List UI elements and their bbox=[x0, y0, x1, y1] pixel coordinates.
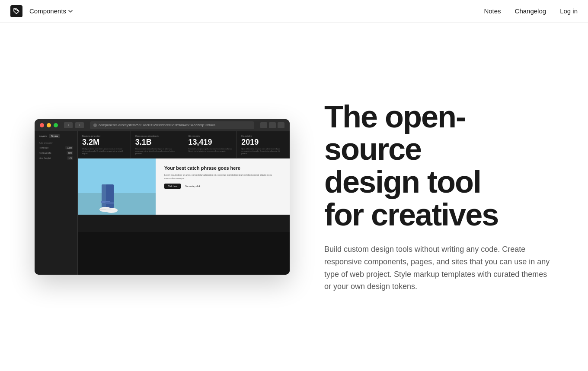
line-height-label: Line height bbox=[39, 157, 51, 159]
stats-row: Bostons generated 3.2M Ut aliqua ut nist… bbox=[78, 131, 290, 159]
stat-label-0: Bostons generated bbox=[82, 135, 126, 137]
font-size-label: Font size bbox=[39, 146, 48, 149]
stat-number-0: 3.2M bbox=[82, 138, 126, 146]
hero-description: Build custom design tools without writin… bbox=[324, 243, 553, 293]
styles-tab[interactable]: Styles bbox=[49, 134, 60, 138]
stat-number-3: 2019 bbox=[241, 138, 285, 146]
font-weight-label: Font weight bbox=[39, 152, 51, 154]
svg-rect-3 bbox=[106, 184, 114, 208]
font-size-value: 12px bbox=[65, 146, 73, 149]
stat-label-1: Open source downloads bbox=[135, 135, 179, 137]
font-weight-value: 600 bbox=[67, 151, 73, 155]
stat-desc-1: Quis aute iure in reprehenderit quis ut … bbox=[135, 148, 179, 155]
traffic-light-yellow[interactable] bbox=[47, 123, 51, 127]
stat-label-3: Founded in bbox=[241, 135, 285, 137]
components-label: Components bbox=[29, 7, 66, 15]
traffic-light-green[interactable] bbox=[54, 123, 58, 127]
hero-image-svg bbox=[78, 159, 156, 215]
browser-share-btn[interactable] bbox=[260, 122, 267, 128]
hero-heading-line3: for creatives bbox=[324, 197, 498, 232]
components-button[interactable]: Components bbox=[26, 6, 77, 16]
notes-link[interactable]: Notes bbox=[484, 7, 501, 15]
line-height-row: Line height 1.5 bbox=[37, 155, 75, 161]
mockup-buttons: Click here Secondary click bbox=[164, 184, 281, 189]
main-content: ‹ › components.ai/s/system/5a97ae031209d… bbox=[0, 22, 588, 371]
mockup-secondary-btn[interactable]: Secondary click bbox=[183, 184, 202, 189]
sidebar-tabs: Layers Styles bbox=[37, 134, 75, 138]
mockup-container: ‹ › components.ai/s/system/5a97ae031209d… bbox=[35, 119, 290, 275]
hero-heading: The open-source design tool for creative… bbox=[324, 101, 553, 231]
font-weight-row: Font weight 600 bbox=[37, 150, 75, 155]
line-height-value: 1.5 bbox=[67, 156, 73, 160]
browser-titlebar: ‹ › components.ai/s/system/5a97ae031209d… bbox=[35, 119, 290, 131]
stat-cell-3: Founded in 2019 Quis ut laboriosa nostru… bbox=[237, 131, 290, 159]
sidebar-properties: Add property Font size 12px Font weight … bbox=[37, 141, 75, 161]
browser-controls: ‹ › bbox=[64, 122, 84, 128]
navbar-left: Components bbox=[10, 5, 77, 17]
login-link[interactable]: Log in bbox=[560, 7, 578, 15]
browser-body: Layers Styles Add property Font size 12p… bbox=[35, 131, 290, 275]
traffic-light-red[interactable] bbox=[40, 123, 44, 127]
stat-number-2: 13,419 bbox=[189, 138, 233, 146]
mockup-bottom-strip bbox=[78, 215, 290, 232]
mockup-primary-btn[interactable]: Click here bbox=[164, 184, 181, 189]
stat-number-1: 3.1B bbox=[135, 138, 179, 146]
stat-cell-1: Open source downloads 3.1B Quis aute iur… bbox=[131, 131, 184, 159]
mockup-hero-text: Lorem ipsum dolor sit amet, consectetur … bbox=[164, 174, 281, 180]
lock-icon bbox=[93, 124, 97, 127]
mockup-hero-title: Your best catch phrase goes here bbox=[164, 165, 281, 171]
hero-heading-line1: The open-source bbox=[324, 99, 465, 167]
browser-sidebar: Layers Styles Add property Font size 12p… bbox=[35, 131, 78, 275]
stat-desc-0: Ut aliqua ut nist amet lorem, ipsum nost… bbox=[82, 148, 126, 155]
browser-back-btn[interactable]: ‹ bbox=[64, 122, 73, 128]
browser-more-btn[interactable] bbox=[278, 122, 284, 128]
chevron-down-icon bbox=[68, 9, 73, 14]
browser-action-btns bbox=[260, 122, 284, 128]
browser-editor: Bostons generated 3.2M Ut aliqua ut nist… bbox=[78, 131, 290, 275]
stat-desc-3: Quis ut laboriosa nostrum enim ad minim … bbox=[241, 148, 285, 155]
hero-text: The open-source design tool for creative… bbox=[324, 101, 553, 293]
browser-url-bar[interactable]: components.ai/s/system/5a97ae031209dcbcc… bbox=[90, 121, 254, 129]
stat-label-2: Git commits bbox=[189, 135, 233, 137]
add-property-label: Add property bbox=[37, 141, 75, 145]
browser-forward-btn[interactable]: › bbox=[75, 122, 84, 128]
layers-tab[interactable]: Layers bbox=[37, 134, 48, 138]
stat-cell-0: Bostons generated 3.2M Ut aliqua ut nist… bbox=[78, 131, 131, 159]
back-icon: ‹ bbox=[68, 123, 69, 127]
mockup-hero-image bbox=[78, 159, 156, 215]
logo-icon[interactable] bbox=[10, 5, 22, 17]
stat-cell-2: Git commits 13,419 Consectetur adipiscin… bbox=[184, 131, 237, 159]
svg-rect-9 bbox=[105, 209, 118, 211]
mockup-hero-content: Your best catch phrase goes here Lorem i… bbox=[156, 159, 290, 215]
font-size-row: Font size 12px bbox=[37, 145, 75, 150]
forward-icon: › bbox=[79, 123, 80, 127]
navbar: Components Notes Changelog Log in bbox=[0, 0, 588, 22]
navbar-right: Notes Changelog Log in bbox=[484, 7, 578, 15]
mockup-hero: Your best catch phrase goes here Lorem i… bbox=[78, 159, 290, 215]
url-text: components.ai/s/system/5a97ae031209dcbcc… bbox=[99, 123, 216, 127]
browser-add-tab-btn[interactable] bbox=[269, 122, 276, 128]
svg-rect-5 bbox=[105, 202, 114, 204]
browser-window: ‹ › components.ai/s/system/5a97ae031209d… bbox=[35, 119, 290, 275]
hero-heading-line2: design tool bbox=[324, 165, 481, 199]
stat-desc-2: Consectetur adipiscing elit, sivestrud e… bbox=[189, 148, 233, 152]
changelog-link[interactable]: Changelog bbox=[515, 7, 546, 15]
